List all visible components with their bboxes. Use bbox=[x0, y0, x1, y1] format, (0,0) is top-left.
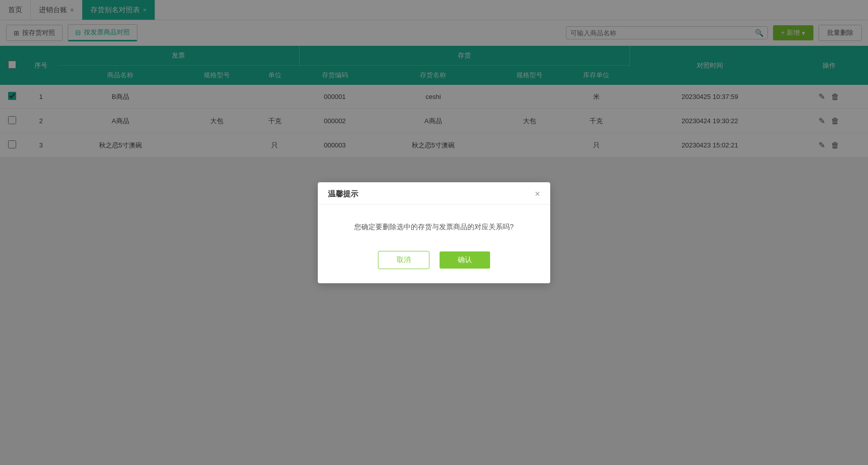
dialog-overlay: 温馨提示 × 您确定要删除选中的存货与发票商品的对应关系吗? 取消 确认 bbox=[0, 0, 868, 158]
